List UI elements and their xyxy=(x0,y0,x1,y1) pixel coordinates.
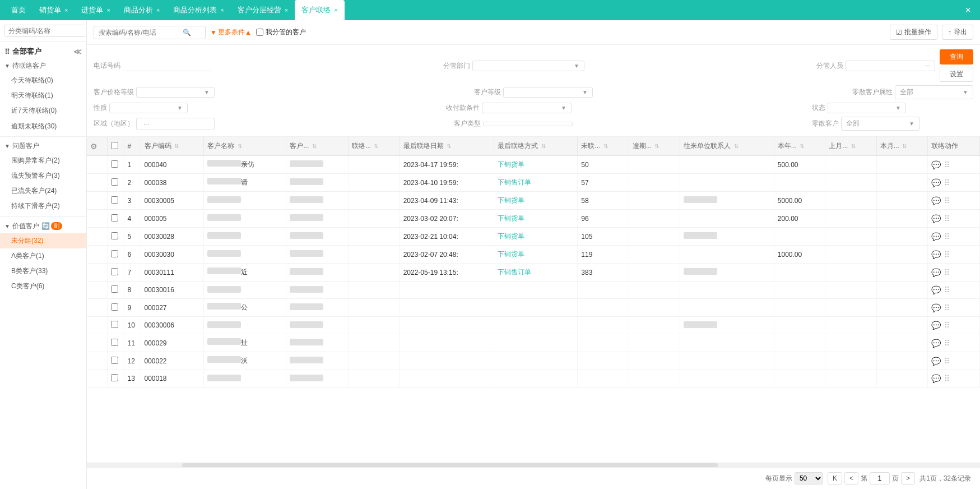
nature-select[interactable]: ▼ xyxy=(109,103,188,113)
sidebar-group-pending[interactable]: ▼ 待联络客户 xyxy=(0,59,86,73)
tab-home[interactable]: 首页 xyxy=(4,0,32,20)
message-icon[interactable]: 💬 xyxy=(931,232,941,241)
col-contact[interactable]: 联络... ⇅ xyxy=(349,137,400,156)
message-icon[interactable]: 💬 xyxy=(931,339,941,348)
row-last-method[interactable] xyxy=(494,282,578,299)
sidebar-item-overdue[interactable]: 逾期未联络(30) xyxy=(0,119,86,134)
settings-icon[interactable]: ⚙ xyxy=(90,142,97,151)
sidebar-item-churn-warn[interactable]: 流失预警客户(3) xyxy=(0,168,86,183)
grid-action-icon[interactable]: ⠿ xyxy=(944,285,950,294)
col-last-method[interactable]: 最后联络方式 ⇅ xyxy=(494,137,578,156)
prev-page-btn[interactable]: < xyxy=(844,472,858,485)
close-tab-sales[interactable]: × xyxy=(64,7,68,13)
grid-action-icon[interactable]: ⠿ xyxy=(944,268,950,277)
row-checkbox[interactable] xyxy=(107,334,124,352)
close-tab-segment[interactable]: × xyxy=(285,7,288,13)
customer-type-select[interactable] xyxy=(483,122,573,126)
sidebar-item-today[interactable]: 今天待联络(0) xyxy=(0,73,86,88)
message-icon[interactable]: 💬 xyxy=(931,160,941,169)
sidebar-item-b-class[interactable]: B类客户(33) xyxy=(0,264,86,279)
row-last-method[interactable]: 下销货单 xyxy=(494,210,578,228)
row-last-method[interactable]: 下销售订单 xyxy=(494,264,578,282)
retail-customer-select[interactable]: 全部 ▼ xyxy=(841,117,919,131)
sidebar-item-7days[interactable]: 近7天待联络(0) xyxy=(0,103,86,118)
select-all-checkbox[interactable] xyxy=(111,142,118,149)
message-icon[interactable]: 💬 xyxy=(931,285,941,294)
page-input[interactable] xyxy=(870,472,890,485)
message-icon[interactable]: 💬 xyxy=(931,178,941,187)
message-icon[interactable]: 💬 xyxy=(931,250,941,259)
sidebar-item-c-class[interactable]: C类客户(6) xyxy=(0,279,86,294)
sidebar-item-tomorrow[interactable]: 明天待联络(1) xyxy=(0,88,86,103)
message-icon[interactable]: 💬 xyxy=(931,196,941,205)
row-checkbox[interactable] xyxy=(107,192,124,210)
col-last-date[interactable]: 最后联络日期 ⇅ xyxy=(400,137,494,156)
row-last-method[interactable] xyxy=(494,352,578,370)
sidebar-item-hoarding[interactable]: 囤购异常客户(2) xyxy=(0,153,86,168)
tab-customer-segment[interactable]: 客户分层经营 × xyxy=(231,0,295,20)
grid-action-icon[interactable]: ⠿ xyxy=(944,250,950,259)
batch-ops-btn[interactable]: ☑ 批量操作 xyxy=(890,25,937,40)
sidebar-item-churned[interactable]: 已流失客户(24) xyxy=(0,183,86,199)
tab-product-analysis-list[interactable]: 商品分析列表 × xyxy=(166,0,230,20)
tab-purchase[interactable]: 进货单 × xyxy=(75,0,117,20)
sidebar-search-input[interactable] xyxy=(4,25,87,37)
col-overdue[interactable]: 逾期... ⇅ xyxy=(629,137,680,156)
row-checkbox[interactable] xyxy=(107,317,124,334)
close-tab-product-list[interactable]: × xyxy=(220,7,224,13)
export-btn[interactable]: ↑ 导出 xyxy=(942,25,973,40)
customer-level-select[interactable]: ▼ xyxy=(503,87,593,98)
all-customers-header[interactable]: ⠿ 全部客户 ≪ xyxy=(0,42,86,59)
person-select[interactable]: ··· xyxy=(846,61,935,71)
grid-action-icon[interactable]: ⠿ xyxy=(944,214,950,223)
grid-action-icon[interactable]: ⠿ xyxy=(944,196,950,205)
search-btn[interactable]: 查询 xyxy=(940,49,973,64)
grid-action-icon[interactable]: ⠿ xyxy=(944,303,950,312)
row-checkbox[interactable] xyxy=(107,352,124,370)
message-icon[interactable]: 💬 xyxy=(931,374,941,383)
col-this-month[interactable]: 本月... ⇅ xyxy=(876,137,928,156)
message-icon[interactable]: 💬 xyxy=(931,357,941,366)
row-last-method[interactable]: 下销货单 xyxy=(494,246,578,264)
sidebar-group-problem[interactable]: ▼ 问题客户 xyxy=(0,139,86,153)
dept-select[interactable]: ▼ xyxy=(472,61,584,71)
next-page-btn[interactable]: > xyxy=(901,472,915,485)
search-icon[interactable]: 🔍 xyxy=(183,29,191,36)
price-level-select[interactable]: ▼ xyxy=(136,87,215,98)
phone-input[interactable] xyxy=(123,61,211,71)
region-select[interactable]: ··· xyxy=(136,118,215,130)
sidebar-item-a-class[interactable]: A类客户(1) xyxy=(0,248,86,264)
close-all-tabs[interactable]: × xyxy=(960,4,976,16)
col-type[interactable]: 客户... ⇅ xyxy=(286,137,349,156)
sidebar-item-declining[interactable]: 持续下滑客户(2) xyxy=(0,199,86,214)
my-customers-check[interactable] xyxy=(256,29,263,36)
row-checkbox[interactable] xyxy=(107,299,124,317)
row-last-method[interactable]: 下销货单 xyxy=(494,228,578,246)
row-checkbox[interactable] xyxy=(107,228,124,246)
col-last-month[interactable]: 上月... ⇅ xyxy=(825,137,877,156)
tab-sales[interactable]: 销货单 × xyxy=(32,0,75,20)
row-last-method[interactable]: 下销货单 xyxy=(494,156,578,174)
retail-attr-select[interactable]: 全部 ▼ xyxy=(895,85,973,99)
row-checkbox[interactable] xyxy=(107,174,124,192)
more-conditions-btn[interactable]: ▼ 更多条件 ▲ xyxy=(210,27,252,37)
grid-action-icon[interactable]: ⠿ xyxy=(944,374,950,383)
close-tab-purchase[interactable]: × xyxy=(106,7,110,13)
row-checkbox[interactable] xyxy=(107,370,124,387)
grid-action-icon[interactable]: ⠿ xyxy=(944,232,950,241)
row-checkbox[interactable] xyxy=(107,156,124,174)
row-checkbox[interactable] xyxy=(107,264,124,282)
close-tab-product-analysis[interactable]: × xyxy=(156,7,160,13)
grid-action-icon[interactable]: ⠿ xyxy=(944,160,950,169)
message-icon[interactable]: 💬 xyxy=(931,321,941,330)
row-checkbox[interactable] xyxy=(107,282,124,299)
message-icon[interactable]: 💬 xyxy=(931,303,941,312)
col-name[interactable]: 客户名称 ⇅ xyxy=(204,137,286,156)
row-last-method[interactable]: 下销售订单 xyxy=(494,174,578,192)
close-tab-contact[interactable]: × xyxy=(334,7,337,13)
message-icon[interactable]: 💬 xyxy=(931,268,941,277)
first-page-btn[interactable]: K xyxy=(828,472,842,485)
dots-icon[interactable]: ··· xyxy=(143,120,149,128)
message-icon[interactable]: 💬 xyxy=(931,214,941,223)
row-checkbox[interactable] xyxy=(107,210,124,228)
